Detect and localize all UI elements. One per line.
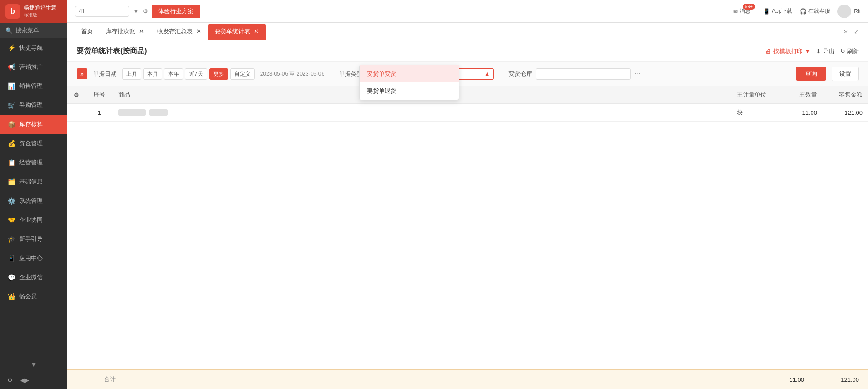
maximize-tab-btn[interactable]: ⤢: [852, 26, 861, 37]
user-avatar[interactable]: Rit: [837, 5, 861, 18]
page-title: 要货单统计表(按商品): [77, 46, 147, 56]
topbar-right: ✉ 消息 99+ 📱 App下载 🎧 在线客服 Rit: [733, 5, 861, 18]
refresh-action[interactable]: ↻ 刷新: [840, 47, 859, 56]
tab-order-stats-close[interactable]: ✕: [253, 28, 259, 35]
sidebar-item-operation[interactable]: 📋 经营管理: [0, 153, 67, 172]
sidebar-item-label: 库存核算: [19, 120, 43, 128]
date-btn-last-month[interactable]: 上月: [122, 68, 141, 80]
industry-solution-button[interactable]: 体验行业方案: [152, 5, 200, 18]
phone-icon: 📱: [763, 8, 770, 15]
tab-home[interactable]: 首页: [75, 24, 99, 40]
topbar-gear-icon[interactable]: ⚙: [143, 8, 148, 15]
tab-home-label: 首页: [81, 27, 93, 36]
dropdown-item-return[interactable]: 要货单退货: [360, 82, 459, 100]
page-actions: 🖨 按模板打印 ▼ ⬇ 导出 ↻ 刷新: [765, 47, 859, 56]
breadcrumb-dropdown-icon[interactable]: ▼: [133, 8, 139, 15]
date-btn-7days[interactable]: 近7天: [185, 68, 207, 80]
sidebar-item-basic-info[interactable]: 🗂️ 基础信息: [0, 172, 67, 191]
filter-more-icon[interactable]: ···: [634, 70, 640, 78]
sidebar-item-finance[interactable]: 💰 资金管理: [0, 134, 67, 153]
finance-icon: 💰: [7, 140, 15, 147]
sidebar-item-app-center[interactable]: 📱 应用中心: [0, 249, 67, 268]
sidebar-item-sales[interactable]: 📊 销售管理: [0, 77, 67, 96]
sidebar-item-label: 基础信息: [19, 178, 43, 186]
dropdown-item-order[interactable]: 要货单要货: [360, 65, 459, 82]
sidebar-item-member[interactable]: 👑 畅会员: [0, 287, 67, 306]
product-placeholder-2: [149, 109, 168, 116]
sidebar-scroll-down[interactable]: ▼: [0, 358, 67, 371]
sidebar-nav: ⚡ 快捷导航 📢 营销推广 📊 销售管理 🛒 采购管理 📦 库存核算 💰 资金管…: [0, 38, 67, 358]
export-label: 导出: [823, 47, 835, 56]
app-download-item[interactable]: 📱 App下载: [763, 7, 792, 15]
messages-item[interactable]: ✉ 消息 99+: [733, 7, 750, 15]
wechat-icon: 💬: [7, 274, 15, 281]
app-download-label: App下载: [772, 7, 792, 15]
row-amount: 121.00: [822, 104, 868, 122]
tab-collect-summary[interactable]: 收发存汇总表 ✕: [151, 24, 208, 40]
table-header-row: ⚙ 序号 商品 主计量单位 主数量 零售金额: [67, 86, 868, 104]
sidebar-item-marketing[interactable]: 📢 营销推广: [0, 57, 67, 77]
sidebar-item-label: 应用中心: [19, 254, 43, 262]
breadcrumb-input[interactable]: [75, 6, 129, 17]
date-range-display: 2023-05-06 至 2023-06-06: [260, 70, 324, 78]
sidebar-item-wechat[interactable]: 💬 企业微信: [0, 268, 67, 287]
date-btn-this-year[interactable]: 本年: [164, 68, 183, 80]
sidebar-item-enterprise[interactable]: 🤝 企业协同: [0, 210, 67, 230]
warehouse-filter-label: 要货仓库: [508, 70, 532, 78]
online-service-label: 在线客服: [808, 7, 830, 15]
operation-icon: 📋: [7, 159, 15, 166]
sidebar-item-label: 企业协同: [19, 216, 43, 224]
print-icon: 🖨: [765, 48, 771, 55]
tab-order-stats-label: 要货单统计表: [215, 27, 250, 36]
sidebar-item-newbie[interactable]: 🎓 新手引导: [0, 230, 67, 249]
sidebar-item-inventory[interactable]: 📦 库存核算: [0, 115, 67, 134]
export-icon: ⬇: [816, 48, 821, 55]
messages-badge: 99+: [743, 4, 755, 10]
table-row: 1 块 11.00 121.00: [67, 104, 868, 122]
sidebar-item-quick-nav[interactable]: ⚡ 快捷导航: [0, 38, 67, 57]
sidebar-item-label: 销售管理: [19, 82, 43, 90]
marketing-icon: 📢: [7, 63, 15, 71]
sidebar-item-system[interactable]: ⚙️ 系统管理: [0, 191, 67, 210]
col-qty-header: 主数量: [777, 86, 822, 104]
refresh-label: 刷新: [847, 47, 859, 56]
quick-nav-icon: ⚡: [7, 44, 15, 51]
search-icon: 🔍: [5, 27, 13, 34]
enterprise-icon: 🤝: [7, 216, 15, 224]
date-btn-more[interactable]: 更多: [209, 68, 228, 80]
tab-batch-account-close[interactable]: ✕: [138, 28, 144, 35]
table-wrap: ⚙ 序号 商品 主计量单位 主数量 零售金额 1: [67, 86, 868, 122]
settings-button[interactable]: 设置: [832, 67, 859, 81]
date-btn-custom[interactable]: 自定义: [230, 68, 255, 80]
footer-label: 合计: [104, 375, 116, 384]
tab-batch-account[interactable]: 库存批次账 ✕: [99, 24, 151, 40]
settings-footer-icon[interactable]: ⚙: [7, 377, 13, 384]
system-icon: ⚙️: [7, 197, 15, 205]
date-filter-label: 单据日期: [93, 70, 117, 78]
query-button[interactable]: 查询: [796, 67, 826, 81]
filter-expand-button[interactable]: »: [77, 68, 87, 79]
topbar-left: ▼ ⚙ 体验行业方案: [75, 5, 728, 18]
date-btn-this-month[interactable]: 本月: [143, 68, 162, 80]
sidebar-item-purchase[interactable]: 🛒 采购管理: [0, 96, 67, 115]
row-num: 1: [86, 104, 113, 122]
tab-collect-summary-close[interactable]: ✕: [195, 28, 202, 35]
print-action[interactable]: 🖨 按模板打印 ▼: [765, 47, 811, 56]
sidebar-item-label: 采购管理: [19, 101, 43, 109]
close-all-tabs-btn[interactable]: ✕: [842, 26, 850, 37]
sidebar-header: b 畅捷通好生意 标准版: [0, 0, 67, 23]
sidebar-item-label: 新手引导: [19, 235, 43, 243]
app-center-icon: 📱: [7, 255, 15, 262]
headset-icon: 🎧: [800, 8, 806, 15]
tab-order-stats[interactable]: 要货单统计表 ✕: [208, 24, 266, 40]
col-num-header: 序号: [86, 86, 113, 104]
collapse-footer-btn[interactable]: ◀▶: [20, 377, 29, 384]
online-service-item[interactable]: 🎧 在线客服: [800, 7, 830, 15]
export-action[interactable]: ⬇ 导出: [816, 47, 835, 56]
print-label: 按模板打印: [773, 47, 803, 56]
col-settings[interactable]: ⚙: [67, 86, 86, 104]
print-dropdown-icon[interactable]: ▼: [805, 48, 811, 55]
row-settings: [67, 104, 86, 122]
sidebar-search[interactable]: 🔍 搜索菜单: [0, 23, 67, 38]
warehouse-filter-input[interactable]: [536, 68, 631, 80]
